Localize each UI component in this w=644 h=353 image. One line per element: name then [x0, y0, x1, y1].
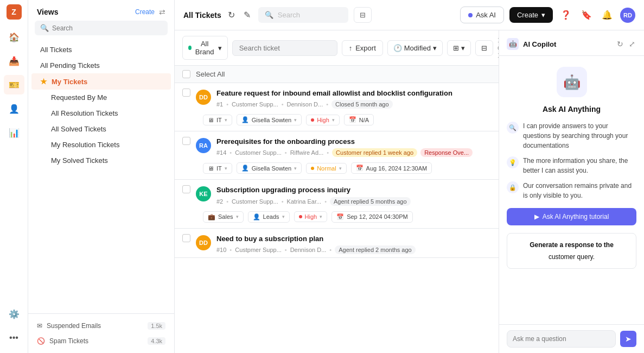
adv-filter-button[interactable]: ⊟ [475, 40, 493, 56]
ticket-checkbox[interactable] [182, 89, 190, 97]
spam-tickets-label: Spam Tickets [49, 337, 88, 345]
export-label: Export [355, 44, 376, 52]
sidebar-item-all-pending[interactable]: All Pending Tickets [31, 58, 171, 73]
search-ticket-input[interactable] [232, 40, 337, 56]
sidebar-item-label: All Resolution Tickets [51, 109, 118, 117]
nav-icon-tickets[interactable]: 🎫 [4, 75, 24, 94]
type-chip-icon: 🖥 [208, 165, 214, 172]
ticket-id: #10 [216, 247, 226, 253]
status-badge: Closed 5 month ago [331, 100, 392, 109]
filter-button[interactable]: ⊟ [354, 7, 372, 23]
sidebar-item-my-resolution-tickets[interactable]: My Resolution Tickets [31, 137, 171, 153]
ai-expand-button[interactable]: ⤢ [628, 39, 636, 49]
ai-generate-button[interactable]: Generate a response to the customer quer… [507, 233, 636, 269]
nav-icon-settings[interactable]: ⚙️ [4, 304, 24, 324]
sidebar-item-all-solved-tickets[interactable]: All Solved Tickets [31, 121, 171, 137]
date-chip[interactable]: 📅 Sep 12, 2024 04:30PM [331, 211, 413, 223]
ai-robot-icon: 🤖 [557, 67, 587, 97]
topbar-search[interactable]: 🔍 Search [258, 7, 349, 23]
table-row[interactable]: DD Feature request for inbound email all… [175, 83, 499, 131]
ticket-category: Customer Supp... [232, 198, 278, 205]
sidebar-item-my-tickets[interactable]: ★ My Tickets [31, 73, 171, 90]
ticket-category: Customer Supp... [235, 149, 282, 156]
ai-panel-header: 🤖 AI Copilot ↻ ⤢ [499, 30, 644, 56]
bookmarks-button[interactable]: 🔖 [579, 8, 594, 22]
ticket-checkbox[interactable] [182, 185, 190, 193]
priority-chip-label: High [317, 117, 329, 123]
ai-chat-input[interactable] [507, 330, 616, 348]
priority-chip[interactable]: High ▾ [294, 211, 328, 222]
assignee-chip[interactable]: 👤 Leads ▾ [248, 211, 290, 223]
type-chip-label: Sales [218, 213, 233, 220]
nav-icon-inbox[interactable]: 📥 [4, 51, 24, 71]
page-title: All Tickets [183, 11, 221, 20]
chevron-down-icon: ▾ [433, 44, 437, 52]
send-icon: ➤ [625, 335, 632, 343]
date-chip[interactable]: 📅 Aug 16, 2024 12:30AM [351, 162, 432, 174]
sidebar-spam-tickets[interactable]: 🚫 Spam Tickets 4.3k [28, 333, 174, 349]
ai-send-button[interactable]: ➤ [620, 331, 636, 347]
refresh-button[interactable]: ↻ [226, 8, 237, 22]
notifications-button[interactable]: 🔔 [600, 8, 615, 22]
chevron-down-icon: ▾ [282, 214, 285, 219]
table-row[interactable]: DD Need to buy a subscription plan #10 •… [175, 229, 499, 258]
envelope-icon: ✉ [37, 322, 42, 330]
assignee-chip[interactable]: 👤 Gisella Sowten ▾ [237, 114, 302, 125]
priority-chip[interactable]: High ▾ [306, 115, 340, 125]
sidebar-item-all-resolution-tickets[interactable]: All Resolution Tickets [31, 105, 171, 121]
table-row[interactable]: RA Prerequisites for the onboarding proc… [175, 131, 499, 180]
sidebar-item-requested-by-me[interactable]: Requested By Me [31, 90, 171, 105]
calendar-icon: 📅 [349, 116, 356, 123]
person-icon: 👤 [241, 116, 249, 123]
ticket-info: Need to buy a subscription plan #10 • Cu… [216, 234, 491, 254]
help-button[interactable]: ❓ [558, 8, 573, 22]
brand-selector[interactable]: All Brand ▾ [182, 36, 228, 60]
select-all-checkbox[interactable] [182, 70, 190, 78]
view-toggle-button[interactable]: ⊞ ▾ [447, 40, 471, 56]
nav-icon-more[interactable]: ••• [4, 328, 24, 348]
ai-tutorial-button[interactable]: ▶ Ask AI Anything tutorial [507, 208, 636, 225]
edit-button[interactable]: ✎ [241, 8, 253, 22]
ai-refresh-button[interactable]: ↻ [616, 39, 624, 49]
type-chip[interactable]: 💼 Sales ▾ [203, 211, 244, 223]
avatar[interactable]: RD [620, 8, 635, 23]
priority-chip-label: High [305, 213, 317, 220]
ticket-top: RA Prerequisites for the onboarding proc… [175, 131, 499, 160]
assignee-chip[interactable]: 👤 Gisella Sowten ▾ [237, 162, 302, 174]
ticket-info: Prerequisites for the onboarding process… [216, 137, 491, 157]
ticket-title: Need to buy a subscription plan [216, 234, 491, 244]
export-button[interactable]: ↑ Export [342, 40, 383, 56]
sidebar-suspended-emails[interactable]: ✉ Suspended Emails 1.5k [28, 318, 174, 333]
type-chip[interactable]: 🖥 IT ▾ [203, 163, 232, 174]
sidebar-bottom: ✉ Suspended Emails 1.5k 🚫 Spam Tickets 4… [28, 313, 174, 353]
views-search-input[interactable] [52, 24, 162, 32]
person-icon: 👤 [241, 165, 249, 172]
status-badge: Agent replied 5 months ago [330, 197, 411, 206]
chevron-down-icon: ▾ [225, 166, 227, 171]
ask-ai-button[interactable]: Ask AI [460, 7, 504, 23]
sidebar-item-all-tickets[interactable]: All Tickets [31, 42, 171, 58]
nav-icon-home[interactable]: 🏠 [4, 27, 24, 47]
ticket-bottom: 💼 Sales ▾ 👤 Leads ▾ High ▾ [175, 209, 499, 228]
ticket-checkbox[interactable] [182, 137, 190, 145]
type-chip-label: IT [216, 165, 222, 172]
nav-icon-reports[interactable]: 📊 [4, 123, 24, 142]
views-expand-button[interactable]: ⇄ [159, 8, 165, 16]
sidebar-item-my-solved-tickets[interactable]: My Solved Tickets [31, 153, 171, 168]
priority-chip[interactable]: Normal ▾ [306, 163, 346, 174]
nav-icon-contacts[interactable]: 👤 [4, 99, 24, 118]
modified-button[interactable]: 🕐 Modified ▾ [387, 40, 443, 56]
create-button[interactable]: Create ▾ [509, 7, 553, 23]
ticket-checkbox[interactable] [182, 234, 190, 242]
calendar-icon: 📅 [356, 165, 364, 172]
date-chip[interactable]: 📅 N/A [344, 114, 374, 125]
ticket-top: KE Subscription upgrading process inquir… [175, 180, 499, 209]
status-badge: Agent replied 2 months ago [335, 245, 416, 254]
views-create-button[interactable]: Create [135, 8, 155, 16]
ticket-avatar: DD [196, 235, 211, 250]
ticket-category: Customer Supp... [232, 101, 278, 108]
type-chip[interactable]: 🖥 IT ▾ [203, 115, 232, 125]
date-chip-label: Sep 12, 2024 04:30PM [347, 213, 408, 220]
topbar-left: All Tickets ↻ ✎ [183, 8, 253, 22]
table-row[interactable]: KE Subscription upgrading process inquir… [175, 180, 499, 228]
